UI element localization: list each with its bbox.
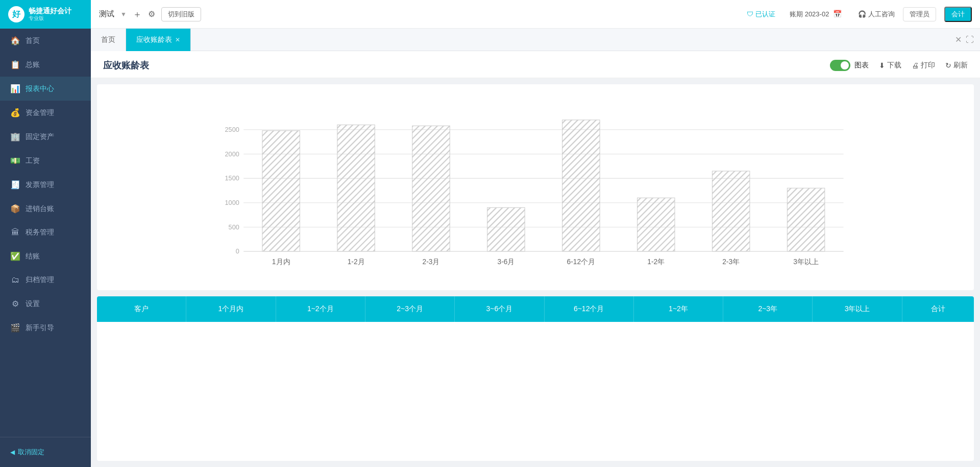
print-icon: 🖨 (912, 61, 919, 69)
tab-home[interactable]: 首页 (91, 29, 126, 51)
sidebar-item-工资[interactable]: 💵工资 (0, 149, 91, 173)
tab-close-all-icon[interactable]: ✕ (955, 35, 962, 44)
headset-icon: 🎧 (858, 10, 866, 18)
sidebar-icon-1: 📋 (10, 60, 20, 69)
topbar-dropdown-icon[interactable]: ▼ (120, 11, 127, 18)
topbar-add-button[interactable]: ＋ (133, 8, 142, 20)
download-button[interactable]: ⬇ 下载 (879, 61, 901, 70)
sidebar-label-9: 结账 (26, 252, 40, 261)
sidebar-item-报表中心[interactable]: 📊报表中心 (0, 77, 91, 101)
svg-text:3-6月: 3-6月 (497, 258, 514, 266)
svg-text:2000: 2000 (225, 151, 239, 158)
page-actions: 图表 ⬇ 下载 🖨 打印 ↻ 刷新 (830, 60, 968, 71)
app-name: 畅捷通好会计 (29, 7, 71, 15)
sidebar-label-2: 报表中心 (26, 84, 54, 94)
table-header-2~3个月: 2~3个月 (365, 296, 455, 322)
topbar-right: 🎧 人工咨询 管理员 会计 (858, 7, 972, 22)
chart-container: 05001000150020002500 1月内1-2月2-3月3-6月6-12… (97, 84, 974, 290)
sidebar-item-资金管理[interactable]: 💰资金管理 (0, 101, 91, 125)
table-header-6~12个月: 6~12个月 (545, 296, 634, 322)
tabbar: 首页 应收账龄表 ✕ ✕ ⛶ (91, 29, 980, 51)
tab-receivable-aging-label: 应收账龄表 (136, 35, 172, 44)
table-header-1个月内: 1个月内 (186, 296, 276, 322)
sidebar-label-4: 固定资产 (26, 132, 54, 142)
pin-arrow-icon: ◀ (10, 449, 15, 456)
sidebar-label-7: 进销台账 (26, 204, 54, 214)
svg-text:2-3年: 2-3年 (722, 258, 740, 266)
svg-text:1000: 1000 (225, 199, 239, 206)
sidebar-item-固定资产[interactable]: 🏢固定资产 (0, 125, 91, 149)
sidebar-icon-4: 🏢 (10, 132, 20, 142)
sidebar-item-总账[interactable]: 📋总账 (0, 53, 91, 77)
svg-text:0: 0 (236, 248, 239, 255)
sidebar-label-3: 资金管理 (26, 108, 54, 118)
page-title: 应收账龄表 (103, 59, 149, 72)
svg-text:2500: 2500 (225, 126, 239, 133)
admin-button[interactable]: 管理员 (903, 7, 936, 21)
print-button[interactable]: 🖨 打印 (912, 61, 935, 70)
svg-text:2-3月: 2-3月 (423, 258, 440, 266)
certified-label: 已认证 (755, 10, 775, 19)
bar-4 (562, 120, 600, 251)
switch-to-old-button[interactable]: 切到旧版 (161, 7, 201, 21)
table-header-3年以上: 3年以上 (813, 296, 902, 322)
chart-toggle-label: 图表 (854, 61, 869, 70)
calendar-icon[interactable]: 📅 (833, 10, 842, 18)
sidebar-label-1: 总账 (26, 60, 40, 69)
table-header: 客户1个月内1~2个月2~3个月3~6个月6~12个月1~2年2~3年3年以上合… (97, 296, 974, 322)
sidebar-item-首页[interactable]: 🏠首页 (0, 29, 91, 53)
tab-receivable-aging[interactable]: 应收账龄表 ✕ (126, 29, 191, 51)
sidebar-logo: 好 畅捷通好会计 专业版 (0, 0, 91, 29)
sidebar-item-税务管理[interactable]: 🏛税务管理 (0, 221, 91, 244)
sidebar-icon-2: 📊 (10, 84, 20, 94)
bar-chart-svg: 05001000150020002500 1月内1-2月2-3月3-6月6-12… (107, 95, 964, 278)
svg-text:500: 500 (229, 224, 239, 231)
consult-button[interactable]: 🎧 人工咨询 (858, 10, 895, 19)
sidebar-label-10: 归档管理 (26, 275, 54, 285)
sidebar-pin-button[interactable]: ◀ 取消固定 (0, 442, 91, 462)
table-header-1~2个月: 1~2个月 (276, 296, 365, 322)
sidebar-scroll: 🏠首页📋总账📊报表中心💰资金管理🏢固定资产💵工资🧾发票管理📦进销台账🏛税务管理✅… (0, 29, 91, 437)
tab-close-icon[interactable]: ✕ (175, 36, 180, 43)
pin-label: 取消固定 (18, 448, 44, 457)
period-label: 账期 (790, 10, 803, 18)
bar-2 (412, 126, 450, 251)
app-edition: 专业版 (29, 15, 71, 22)
svg-text:1500: 1500 (225, 175, 239, 182)
svg-text:3年以上: 3年以上 (793, 258, 819, 266)
topbar-settings-icon[interactable]: ⚙ (148, 9, 155, 19)
bar-5 (638, 198, 675, 251)
sidebar-label-6: 发票管理 (26, 180, 54, 190)
sidebar-item-归档管理[interactable]: 🗂归档管理 (0, 268, 91, 292)
refresh-button[interactable]: ↻ 刷新 (945, 61, 968, 70)
bar-1 (337, 125, 375, 251)
sidebar-icon-10: 🗂 (10, 275, 20, 285)
sidebar-icon-3: 💰 (10, 108, 20, 118)
tab-expand-icon[interactable]: ⛶ (966, 35, 974, 44)
sidebar-item-结账[interactable]: ✅结账 (0, 244, 91, 268)
sidebar-item-进销台账[interactable]: 📦进销台账 (0, 197, 91, 221)
accounting-button[interactable]: 会计 (944, 7, 972, 22)
sidebar-icon-5: 💵 (10, 156, 20, 166)
refresh-label: 刷新 (953, 61, 968, 70)
period-value: 2023-02 (805, 10, 829, 18)
sidebar-item-发票管理[interactable]: 🧾发票管理 (0, 173, 91, 197)
sidebar-item-设置[interactable]: ⚙设置 (0, 292, 91, 316)
download-icon: ⬇ (879, 61, 885, 69)
svg-text:1-2年: 1-2年 (647, 258, 665, 266)
page-area: 应收账龄表 图表 ⬇ 下载 🖨 打印 ↻ 刷新 (91, 51, 980, 467)
svg-text:1-2月: 1-2月 (348, 258, 365, 266)
sidebar-icon-11: ⚙ (10, 299, 20, 309)
sidebar-item-新手引导[interactable]: 🎬新手引导 (0, 316, 91, 340)
chart-toggle[interactable] (830, 60, 850, 71)
topbar-title: 测试 (99, 9, 114, 19)
bar-0 (262, 131, 300, 251)
chart-toggle-wrap: 图表 (830, 60, 869, 71)
sidebar-icon-9: ✅ (10, 251, 20, 261)
sidebar-icon-7: 📦 (10, 204, 20, 214)
svg-text:1月内: 1月内 (272, 258, 290, 266)
table-header-客户: 客户 (97, 296, 186, 322)
page-header: 应收账龄表 图表 ⬇ 下载 🖨 打印 ↻ 刷新 (91, 51, 980, 78)
tab-home-label: 首页 (101, 35, 115, 44)
bar-7 (787, 188, 824, 251)
